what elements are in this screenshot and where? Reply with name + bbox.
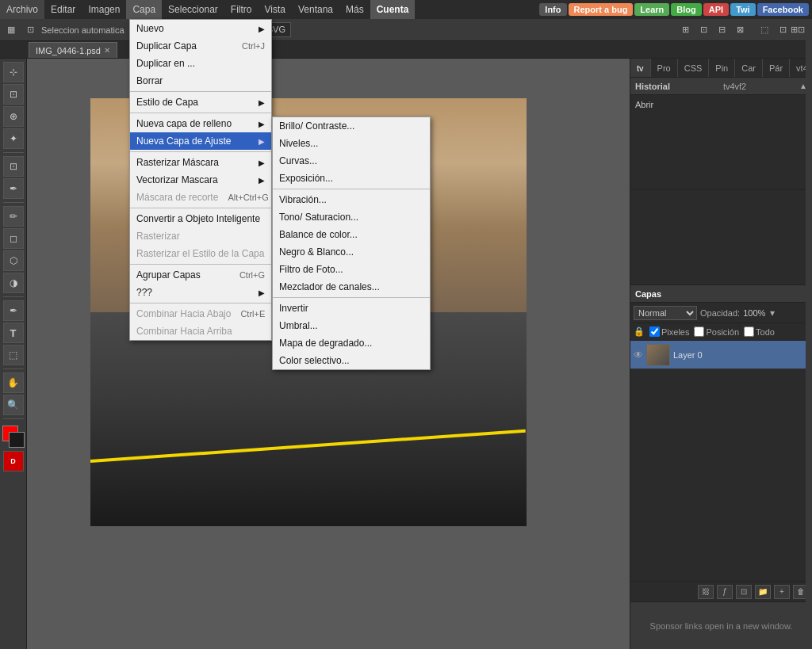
submenu-mezclador[interactable]: Mezclador de canales... xyxy=(273,278,430,296)
layer-item[interactable]: 👁 Layer 0 xyxy=(630,341,812,369)
paint-bucket-tool[interactable]: ⬡ xyxy=(3,250,24,271)
color-swatches[interactable] xyxy=(2,426,25,448)
blog-button[interactable]: Blog xyxy=(671,3,701,16)
menu-mas[interactable]: Más xyxy=(339,0,370,19)
dodge-tool[interactable]: ◑ xyxy=(3,273,24,293)
pixeles-checkbox[interactable] xyxy=(649,326,660,337)
rpanel-tab-pro[interactable]: Pro xyxy=(651,59,678,77)
menu-item-qqq[interactable]: ??? ▶ xyxy=(130,284,271,301)
eyedropper-tool[interactable]: ✒ xyxy=(3,178,24,199)
twi-button[interactable]: Twi xyxy=(730,3,756,16)
menu-item-ajuste[interactable]: Nueva Capa de Ajuste ▶ xyxy=(130,132,271,150)
submenu-filtro-foto[interactable]: Filtro de Foto... xyxy=(273,261,430,278)
menu-item-vectorizar[interactable]: Vectorizar Mascara ▶ xyxy=(130,171,271,189)
zoom-tool[interactable]: 🔍 xyxy=(3,395,24,415)
eraser-tool[interactable]: ◻ xyxy=(3,228,24,249)
menu-item-duplicar-en[interactable]: Duplicar en ... xyxy=(130,55,271,72)
menu-item-combinar-abajo: Combinar Hacia Abajo Ctrl+E xyxy=(130,305,271,323)
menu-seleccionar[interactable]: Seleccionar xyxy=(162,0,224,19)
submenu-color-selectivo[interactable]: Color selectivo... xyxy=(273,352,430,369)
facebook-button[interactable]: Facebook xyxy=(757,3,809,16)
menu-capa[interactable]: Capa xyxy=(126,0,162,19)
menu-item-estilo[interactable]: Estilo de Capa ▶ xyxy=(130,94,271,111)
pen-tool[interactable]: ✒ xyxy=(3,300,24,321)
layer-style-icon[interactable]: ƒ xyxy=(717,585,733,599)
submenu-niveles[interactable]: Niveles... xyxy=(273,135,430,152)
shape-tool[interactable]: ⬚ xyxy=(3,345,24,365)
learn-button[interactable]: Learn xyxy=(634,3,669,16)
align-left-icon[interactable]: ⊞ xyxy=(677,22,693,38)
historial-list[interactable]: Abrir xyxy=(630,95,812,190)
todo-check[interactable]: Todo xyxy=(744,326,775,337)
tool-divider-1 xyxy=(3,152,24,153)
layer-new-icon[interactable]: + xyxy=(774,585,790,599)
layer-visibility-icon[interactable]: 👁 xyxy=(634,349,643,361)
layer-group-icon[interactable]: 📁 xyxy=(755,585,771,599)
quick-mask-btn[interactable]: D xyxy=(3,451,24,471)
menu-item-borrar[interactable]: Borrar xyxy=(130,72,271,90)
menu-item-agrupar[interactable]: Agrupar Capas Ctrl+G xyxy=(130,266,271,284)
report-bug-button[interactable]: Report a bug xyxy=(569,3,634,16)
submenu-invertir[interactable]: Invertir xyxy=(273,300,430,317)
submenu-tono[interactable]: Tono/ Saturacion... xyxy=(273,208,430,226)
lasso-tool[interactable]: ⊕ xyxy=(3,106,24,127)
text-tool[interactable]: T xyxy=(3,323,24,343)
brush-tool[interactable]: ✏ xyxy=(3,206,24,227)
align-center-icon[interactable]: ⊡ xyxy=(695,22,711,38)
rpanel-tab-css[interactable]: CSS xyxy=(678,59,710,77)
panel-icon[interactable]: ⬚ xyxy=(756,22,772,38)
rpanel-tab-car[interactable]: Car xyxy=(735,59,763,77)
arrange-icon[interactable]: ⊡ xyxy=(775,22,791,38)
todo-checkbox[interactable] xyxy=(744,326,754,337)
magic-wand-tool[interactable]: ✦ xyxy=(3,128,24,149)
menu-archivo[interactable]: Archivo xyxy=(0,0,44,19)
menu-item-duplicar[interactable]: Duplicar Capa Ctrl+J xyxy=(130,37,271,55)
opacity-value: 100% xyxy=(743,308,765,318)
submenu-balance[interactable]: Balance de color... xyxy=(273,226,430,243)
menu-item-relleno[interactable]: Nueva capa de relleno ▶ xyxy=(130,115,271,132)
top-right-buttons: Info Report a bug Learn Blog API Twi Fac… xyxy=(539,3,812,16)
rpanel-tab-pin[interactable]: Pin xyxy=(709,59,735,77)
historial-bar: Historial tv4vf2 ▲ xyxy=(630,78,812,95)
rpanel-tab-par[interactable]: Pár xyxy=(763,59,790,77)
menu-filtro[interactable]: Filtro xyxy=(224,0,259,19)
menu-vista[interactable]: Vista xyxy=(258,0,291,19)
menu-cuenta[interactable]: Cuenta xyxy=(370,0,416,19)
historial-item-abrir[interactable]: Abrir xyxy=(632,97,810,113)
file-tab[interactable]: IMG_0446-1.psd ✕ xyxy=(29,42,117,58)
menu-imagen[interactable]: Imagen xyxy=(82,0,126,19)
api-button[interactable]: API xyxy=(703,3,729,16)
blend-mode-select[interactable]: Normal xyxy=(634,306,697,320)
submenu-negro-blanco[interactable]: Negro & Blanco... xyxy=(273,243,430,261)
select-tool[interactable]: ⊡ xyxy=(3,84,24,105)
submenu-mapa-degradado[interactable]: Mapa de degradado... xyxy=(273,334,430,352)
align-right-icon[interactable]: ⊟ xyxy=(714,22,730,38)
crop-tool[interactable]: ⊡ xyxy=(3,156,24,177)
layer-link-icon[interactable]: ⛓ xyxy=(698,585,714,599)
submenu-brillo[interactable]: Brillo/ Contraste... xyxy=(273,117,430,135)
submenu-umbral[interactable]: Umbral... xyxy=(273,317,430,334)
submenu-exposicion[interactable]: Exposición... xyxy=(273,170,430,187)
opacity-arrow-icon[interactable]: ▾ xyxy=(770,307,775,319)
rpanel-tab-tv[interactable]: tv xyxy=(630,59,651,77)
layer-mask-icon[interactable]: ⊡ xyxy=(736,585,752,599)
submenu-curvas[interactable]: Curvas... xyxy=(273,152,430,170)
menu-editar[interactable]: Editar xyxy=(44,0,82,19)
menu-item-nuevo[interactable]: Nuevo ▶ xyxy=(130,20,271,37)
submenu-vibracion[interactable]: Vibración... xyxy=(273,191,430,208)
posicion-check[interactable]: Posición xyxy=(694,326,739,337)
menu-item-rasterizar-mascara[interactable]: Rasterizar Máscara ▶ xyxy=(130,154,271,171)
info-button[interactable]: Info xyxy=(539,3,566,16)
move-tool[interactable]: ⊹ xyxy=(3,62,24,82)
posicion-checkbox[interactable] xyxy=(694,326,704,337)
submenu-arrow-ajuste: ▶ xyxy=(259,137,265,146)
menu-ventana[interactable]: Ventana xyxy=(292,0,339,19)
historial-scrollbar[interactable] xyxy=(806,0,812,649)
background-color[interactable] xyxy=(9,432,25,448)
menu-item-convertir[interactable]: Convertir a Objeto Inteligente xyxy=(130,210,271,227)
hand-tool[interactable]: ✋ xyxy=(3,372,24,393)
close-tab-icon[interactable]: ✕ xyxy=(104,46,110,55)
capas-header: Capas xyxy=(630,285,812,303)
pixeles-check[interactable]: Pixeles xyxy=(649,326,689,337)
transform-icon[interactable]: ⊠ xyxy=(732,22,748,38)
